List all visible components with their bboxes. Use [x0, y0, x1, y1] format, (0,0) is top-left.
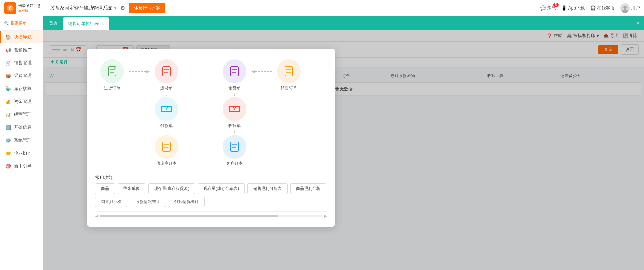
sidebar: 🔍 搜索菜单 🏠 快捷导航 📢 营销推广 🛒 销售管理 📦 采购管理 [0, 16, 43, 270]
sidebar-item-operation[interactable]: 📊 经营管理 [0, 108, 43, 121]
modal-overlay: 进货订单 ▶ 进货单 [43, 30, 644, 270]
func-btn-stock-status[interactable]: 现存量(库存状况表) [148, 183, 195, 194]
common-funcs-title: 常用功能 [95, 175, 327, 181]
flow-node-purchase-bill[interactable]: 进货单 [150, 59, 184, 91]
experience-btn[interactable]: 体验行业方案 [129, 3, 165, 13]
operation-icon: 📊 [5, 111, 11, 118]
sidebar-item-sales[interactable]: 🛒 销售管理 [0, 56, 43, 69]
inventory-icon: 🏪 [5, 86, 11, 92]
scroll-thumb [100, 215, 278, 217]
dropdown-icon[interactable]: ▾ [114, 6, 116, 11]
func-btn-stock-dist[interactable]: 现存量(库存分布表) [198, 183, 245, 194]
tab-sales-order[interactable]: 销售订单执行表 × [63, 17, 109, 31]
svg-rect-8 [163, 67, 170, 76]
sidebar-item-enterprise[interactable]: 🤝 企业协同 [0, 147, 43, 160]
quick-nav-icon: 🏠 [5, 34, 11, 40]
logo-icon: 6 [4, 2, 16, 14]
message-icon: 💬 [540, 5, 546, 11]
top-bar-right: 💬 消息 5 📱 App下载 🎧 在线客服 用户 [540, 3, 640, 13]
sidebar-item-finance[interactable]: 💰 资金管理 [0, 95, 43, 108]
basic-icon: ℹ️ [5, 124, 11, 130]
svg-text:6: 6 [9, 5, 12, 11]
scroll-left-icon[interactable]: ◀ [95, 214, 98, 218]
tab-bar-right: × [636, 20, 644, 27]
sales-icon: 🛒 [5, 60, 11, 66]
scroll-track[interactable] [100, 215, 323, 217]
marketing-icon: 📢 [5, 47, 11, 53]
sidebar-item-purchase[interactable]: 📦 采购管理 [0, 69, 43, 82]
sidebar-item-system[interactable]: ⚙️ 系统管理 [0, 134, 43, 147]
tab-bar: 首页 销售订单执行表 × × [43, 16, 644, 30]
flow-node-sale-bill[interactable]: 销货单 [217, 59, 251, 91]
svg-point-3 [622, 9, 628, 13]
tab-home[interactable]: 首页 [43, 16, 63, 30]
func-btn-product[interactable]: 商品 [95, 183, 115, 194]
flow-node-customer-account[interactable]: 客户账本 [217, 135, 251, 166]
func-btn-product-margin[interactable]: 商品毛利分析 [290, 183, 326, 194]
app-download-action[interactable]: 📱 App下载 [561, 5, 585, 11]
flow-node-supplier-account[interactable]: 供应商账本 [150, 135, 184, 166]
enterprise-icon: 🤝 [5, 150, 11, 156]
purchase-icon: 📦 [5, 73, 11, 79]
flow-node-sale-order[interactable]: 销售订单 [272, 59, 306, 91]
flow-node-payment[interactable]: ¥ 付款单 [150, 97, 184, 129]
system-icon: ⚙️ [5, 137, 11, 143]
download-icon: 📱 [561, 5, 567, 11]
top-bar: 6 畅康通好生意 标准版 装备及固定资产辅助管理系统 ▾ ⚙ 体验行业方案 💬 … [0, 0, 644, 16]
content-area: 首页 销售订单执行表 × × ❓ 帮助 [43, 16, 644, 270]
func-row-1: 商品 往来单位 现存量(库存状况表) 现存量(库存分布表) 销售毛利分析表 商品… [95, 183, 327, 194]
tab-close-icon[interactable]: × [102, 21, 104, 26]
func-btn-partner[interactable]: 往来单位 [118, 183, 145, 194]
func-row-2: 销售排行榜 收款情况统计 付款情况统计 [95, 197, 327, 207]
svg-point-2 [623, 6, 627, 9]
finance-icon: 💰 [5, 98, 11, 105]
common-funcs: 常用功能 商品 往来单位 现存量(库存状况表) 现存量(库存分布表) 销售毛利分… [95, 175, 327, 207]
svg-rect-28 [231, 142, 238, 151]
online-service-action[interactable]: 🎧 在线客服 [590, 5, 615, 11]
flow-node-receipt[interactable]: ¥ 收款单 [217, 97, 251, 129]
func-btn-receipt-stats[interactable]: 收款情况统计 [130, 197, 166, 207]
svg-text:¥: ¥ [233, 106, 236, 111]
svg-rect-16 [285, 67, 293, 76]
system-title: 装备及固定资产辅助管理系统 ▾ ⚙ [50, 5, 125, 11]
logo-text: 畅康通好生意 标准版 [18, 3, 41, 13]
avatar [620, 3, 630, 13]
sidebar-item-basic[interactable]: ℹ️ 基础信息 [0, 121, 43, 134]
func-btn-sales-rank[interactable]: 销售排行榜 [95, 197, 127, 207]
headset-icon: 🎧 [590, 5, 596, 11]
settings-icon[interactable]: ⚙ [120, 5, 125, 11]
svg-rect-12 [231, 67, 238, 76]
svg-text:¥: ¥ [165, 106, 168, 111]
modal-scrollbar: ◀ ▶ [95, 211, 327, 218]
search-icon: 🔍 [4, 21, 9, 26]
flow-node-purchase-order[interactable]: 进货订单 [95, 59, 129, 91]
sidebar-item-guide[interactable]: 🎯 新手引导 [0, 160, 43, 173]
system-title-text: 装备及固定资产辅助管理系统 [50, 5, 112, 11]
tab-content: ❓ 帮助 🖨️ 按模板打印 ▾ 📤 导出 � [43, 30, 644, 270]
sidebar-item-quick-nav[interactable]: 🏠 快捷导航 [0, 31, 43, 43]
message-action[interactable]: 💬 消息 5 [540, 5, 556, 11]
func-btn-payment-stats[interactable]: 付款情况统计 [169, 197, 205, 207]
scroll-right-icon[interactable]: ▶ [324, 214, 327, 218]
svg-rect-24 [163, 142, 170, 151]
sidebar-item-inventory[interactable]: 🏪 库存核算 [0, 82, 43, 95]
logo-area: 6 畅康通好生意 标准版 [4, 2, 48, 14]
user-action[interactable]: 用户 [620, 3, 640, 13]
func-btn-sales-margin[interactable]: 销售毛利分析表 [247, 183, 288, 194]
close-all-button[interactable]: × [636, 20, 640, 27]
guide-icon: 🎯 [5, 163, 11, 169]
sidebar-item-marketing[interactable]: 📢 营销推广 [0, 43, 43, 56]
message-badge: 5 [553, 3, 559, 7]
quick-nav-modal: 进货订单 ▶ 进货单 [87, 49, 335, 227]
sidebar-search[interactable]: 🔍 搜索菜单 [0, 16, 43, 31]
search-label: 搜索菜单 [11, 20, 27, 26]
